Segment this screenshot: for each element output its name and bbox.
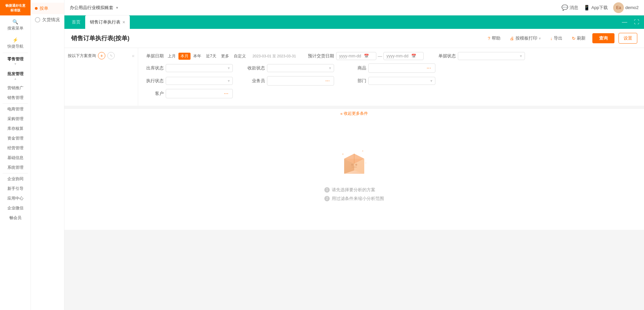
filter-exec-status: 执行状态 ▾ bbox=[144, 77, 233, 85]
collapse-sidebar-btn[interactable]: « bbox=[132, 53, 135, 58]
sidebar-item-retail[interactable]: 零售管理 ▾ bbox=[0, 54, 31, 68]
sidebar-item-ecommerce[interactable]: 电商管理 bbox=[0, 104, 31, 114]
topbar-message[interactable]: 💬 消息 bbox=[561, 4, 578, 11]
filter-goods: 商品 ··· bbox=[346, 63, 435, 73]
shortcut-7days[interactable]: 近7天 bbox=[204, 53, 218, 60]
payment-status-arrow: ▾ bbox=[329, 66, 331, 70]
delivery-date-end[interactable]: yyyy-mm-dd 📅 bbox=[383, 52, 424, 60]
salesperson-dots-btn[interactable]: ··· bbox=[324, 78, 331, 84]
sidebar-item-basic[interactable]: 基础信息 bbox=[0, 153, 31, 163]
delivery-date-start[interactable]: yyyy-mm-dd 📅 bbox=[336, 52, 376, 60]
search-btn[interactable]: 查询 bbox=[592, 33, 614, 43]
goods-dots-btn[interactable]: ··· bbox=[425, 65, 432, 71]
tab-sales-order-label: 销售订单执行表 bbox=[90, 19, 120, 25]
page-header: 销售订单执行表(按单) ? 帮助 🖨 按模板打印 ▾ ↓ 导出 ↻ 刷新 bbox=[64, 29, 644, 48]
customer-dots-btn[interactable]: ··· bbox=[223, 91, 230, 97]
avatar: Ea bbox=[613, 2, 624, 13]
sub-sidebar: 按单 欠货情况 bbox=[31, 0, 64, 310]
sub-sidebar-item-order[interactable]: 按单 bbox=[31, 3, 64, 14]
filter-order-status: 单据状态 ▾ bbox=[436, 52, 525, 60]
sidebar-item-wechat-label: 企业微信 bbox=[7, 205, 23, 211]
tab-minimize-btn[interactable]: — bbox=[620, 17, 629, 27]
active-indicator bbox=[35, 7, 38, 10]
shortcut-more[interactable]: 更多 bbox=[219, 53, 231, 60]
settings-btn[interactable]: 设置 bbox=[619, 33, 637, 44]
topbar-app-label: App下载 bbox=[591, 5, 608, 11]
goods-select[interactable]: ··· bbox=[368, 63, 435, 73]
sidebar-item-inventory[interactable]: 库存核算 bbox=[0, 124, 31, 134]
print-icon: 🖨 bbox=[510, 36, 514, 41]
tab-close-icon[interactable]: × bbox=[122, 20, 125, 24]
svg-text:✦: ✦ bbox=[365, 162, 367, 164]
sub-sidebar-item-backorder[interactable]: 欠货情况 bbox=[31, 14, 64, 25]
sidebar-item-marketing[interactable]: 营销推广 bbox=[0, 83, 31, 93]
sidebar-item-system[interactable]: 系统管理 bbox=[0, 163, 31, 172]
sidebar-item-sales[interactable]: 销售管理 bbox=[0, 93, 31, 103]
department-label: 部门 bbox=[346, 78, 366, 84]
filter-date: 单据日期 上月 本月 本年 近7天 更多 自定义 2023-03-01 至 20… bbox=[144, 53, 296, 60]
topbar-dropdown-icon[interactable]: ▾ bbox=[116, 5, 118, 10]
filter-row-3: 执行状态 ▾ 业务员 ··· 部门 bbox=[144, 76, 639, 86]
sidebar-item-member-label: 畅会员 bbox=[9, 215, 21, 221]
exec-status-select[interactable]: ▾ bbox=[166, 77, 233, 85]
sidebar-item-operations[interactable]: 经营管理 bbox=[0, 143, 31, 153]
tab-sales-order[interactable]: 销售订单执行表 × bbox=[85, 15, 130, 29]
department-select[interactable]: ▾ bbox=[368, 77, 435, 85]
filter-customer: 客户 ··· bbox=[144, 89, 233, 98]
sidebar-item-guide[interactable]: 新手引导 bbox=[0, 184, 31, 194]
delivery-status-label: 出库状态 bbox=[144, 65, 164, 71]
edit-scheme-btn[interactable]: ✎ bbox=[107, 52, 115, 59]
sidebar-quick-nav-label: 快捷导航 bbox=[7, 44, 23, 49]
svg-point-8 bbox=[351, 164, 353, 166]
sidebar-search[interactable]: 🔍 搜索菜单 bbox=[0, 15, 31, 34]
help-label: 帮助 bbox=[492, 35, 500, 41]
print-dropdown-icon[interactable]: ▾ bbox=[539, 36, 541, 41]
tabbar-actions: — ⛶ bbox=[620, 17, 641, 27]
empty-tips: 1 请先选择要分析的方案 2 用过滤条件来缩小分析范围 bbox=[324, 186, 384, 203]
refresh-icon: ↻ bbox=[572, 36, 576, 41]
filter-row-4: 客户 ··· bbox=[144, 89, 639, 98]
exec-status-arrow: ▾ bbox=[228, 79, 230, 83]
sidebar-item-apps[interactable]: 应用中心 bbox=[0, 194, 31, 203]
sidebar-item-wholesale[interactable]: 批发管理 ▴ bbox=[0, 68, 31, 83]
payment-status-select[interactable]: ▾ bbox=[267, 64, 334, 72]
customer-select[interactable]: ··· bbox=[166, 89, 233, 98]
shortcut-custom[interactable]: 自定义 bbox=[232, 53, 248, 60]
tab-maximize-btn[interactable]: ⛶ bbox=[632, 17, 641, 27]
chevron-down-icon: ▾ bbox=[14, 62, 16, 66]
sidebar-search-label: 搜索菜单 bbox=[7, 25, 23, 31]
sidebar-item-finance[interactable]: 资金管理 bbox=[0, 134, 31, 143]
filter-payment-status: 收款状态 ▾ bbox=[245, 64, 334, 72]
sidebar-item-ecommerce-label: 电商管理 bbox=[7, 106, 23, 112]
refresh-btn[interactable]: ↻ 刷新 bbox=[569, 34, 588, 43]
collapse-label: 收起更多条件 bbox=[344, 111, 368, 116]
add-icon: + bbox=[100, 53, 103, 58]
collapse-row[interactable]: « 收起更多条件 bbox=[64, 108, 644, 118]
sidebar-item-wechat[interactable]: 企业微信 bbox=[0, 203, 31, 213]
delivery-status-select[interactable]: ▾ bbox=[166, 64, 233, 72]
minimize-icon: — bbox=[622, 19, 627, 25]
collapse-btn[interactable]: « 收起更多条件 bbox=[340, 111, 368, 116]
sidebar-item-enterprise[interactable]: 企业协同 bbox=[0, 174, 31, 184]
salesperson-label: 业务员 bbox=[245, 78, 265, 84]
shortcut-this-month[interactable]: 本月 bbox=[178, 53, 191, 60]
help-btn[interactable]: ? 帮助 bbox=[485, 34, 503, 43]
tab-home[interactable]: 首页 bbox=[67, 15, 85, 29]
sub-sidebar-item-order-label: 按单 bbox=[40, 5, 48, 11]
filter-panel: 按以下方案查询 + ✎ « 单据日期 bbox=[64, 48, 644, 106]
print-btn[interactable]: 🖨 按模板打印 ▾ bbox=[507, 34, 544, 43]
sidebar-quick-nav[interactable]: ⚡ 快捷导航 bbox=[0, 34, 31, 52]
customer-label: 客户 bbox=[144, 91, 164, 97]
export-btn[interactable]: ↓ 导出 bbox=[548, 34, 566, 43]
app-icon: 📱 bbox=[584, 5, 590, 11]
sidebar-item-member[interactable]: 畅会员 bbox=[0, 213, 31, 223]
logo-text: 畅捷通好生意 标准版 bbox=[5, 3, 25, 12]
topbar-app-download[interactable]: 📱 App下载 bbox=[584, 5, 608, 11]
sidebar-item-purchase[interactable]: 采购管理 bbox=[0, 114, 31, 124]
shortcut-this-year[interactable]: 本年 bbox=[191, 53, 203, 60]
salesperson-select[interactable]: ··· bbox=[267, 76, 334, 86]
order-status-select[interactable]: ▾ bbox=[458, 52, 525, 60]
shortcut-last-month[interactable]: 上月 bbox=[166, 53, 178, 60]
add-scheme-btn[interactable]: + bbox=[98, 52, 105, 59]
topbar-user[interactable]: Ea demo2 bbox=[613, 2, 639, 13]
